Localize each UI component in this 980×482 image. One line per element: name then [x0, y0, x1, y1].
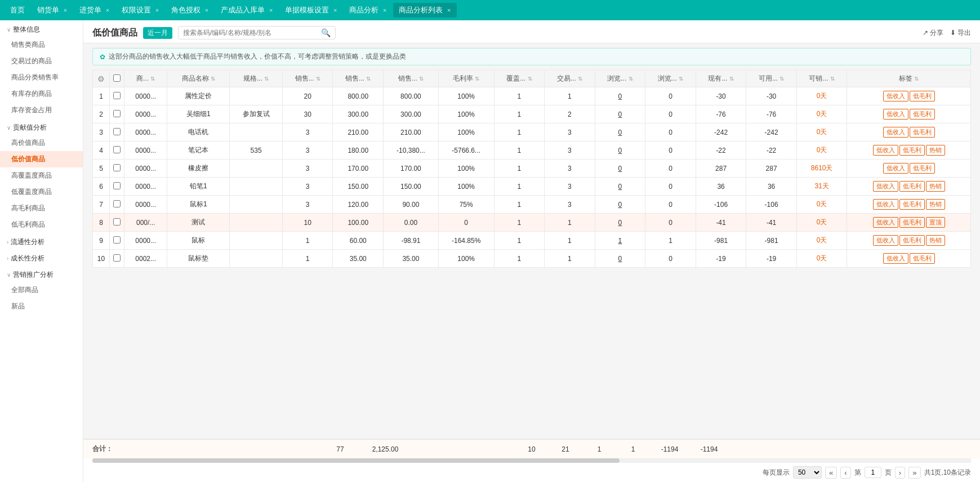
sidebar-section-overall[interactable]: ∨ 整体信息	[0, 20, 83, 37]
sidebar-item-low-value[interactable]: 低价值商品	[0, 151, 83, 167]
col-tags[interactable]: 标签 ⇅	[847, 70, 971, 87]
row-checkbox[interactable]	[113, 218, 121, 225]
nav-product-analysis[interactable]: 商品分析 ×	[344, 3, 392, 17]
browse-link[interactable]: 0	[618, 129, 622, 136]
nav-product-stock-close[interactable]: ×	[269, 7, 273, 14]
col-sale1[interactable]: 销售... ⇅	[333, 70, 384, 87]
col-coverage[interactable]: 覆盖... ⇅	[494, 70, 545, 87]
row-browse1[interactable]: 1	[595, 232, 645, 250]
nav-home[interactable]: 首页	[5, 3, 30, 17]
row-browse1[interactable]: 0	[595, 105, 645, 123]
col-saleable[interactable]: 可销... ⇅	[796, 70, 847, 87]
sidebar-section-contribution[interactable]: ∨ 贡献值分析	[0, 118, 83, 135]
sidebar-item-high-coverage[interactable]: 高覆盖度商品	[0, 167, 83, 184]
row-checkbox[interactable]	[113, 128, 121, 135]
col-qty[interactable]: 销售... ⇅	[282, 70, 333, 87]
sidebar-item-high-margin[interactable]: 高毛利商品	[0, 200, 83, 216]
row-browse1[interactable]: 0	[595, 123, 645, 141]
row-checkbox-cell[interactable]	[110, 232, 124, 250]
row-browse1[interactable]: 0	[595, 214, 645, 232]
browse-link[interactable]: 0	[618, 110, 622, 118]
row-checkbox-cell[interactable]	[110, 87, 124, 105]
row-checkbox[interactable]	[113, 200, 121, 207]
row-checkbox-cell[interactable]	[110, 141, 124, 160]
row-checkbox-cell[interactable]	[110, 105, 124, 123]
filter-tag-month[interactable]: 近一月	[143, 27, 172, 39]
row-browse1[interactable]: 0	[595, 250, 645, 268]
row-checkbox[interactable]	[113, 236, 121, 244]
next-page-btn[interactable]: ›	[895, 467, 905, 479]
row-checkbox-cell[interactable]	[110, 196, 124, 214]
sidebar-section-circulation[interactable]: › 流通性分析	[0, 233, 83, 249]
sidebar-section-marketing[interactable]: ∨ 营销推广分析	[0, 266, 83, 282]
nav-role-auth[interactable]: 角色授权 ×	[166, 3, 214, 17]
row-checkbox-cell[interactable]	[110, 160, 124, 178]
nav-permissions[interactable]: 权限设置 ×	[116, 3, 164, 17]
col-spec[interactable]: 规格... ⇅	[230, 70, 283, 87]
row-checkbox-cell[interactable]	[110, 250, 124, 268]
select-all-header[interactable]	[110, 70, 124, 87]
page-size-select[interactable]: 50 100 200	[793, 466, 822, 479]
row-checkbox-cell[interactable]	[110, 123, 124, 141]
sidebar-item-traded-products[interactable]: 交易过的商品	[0, 53, 83, 69]
col-gross[interactable]: 毛利率 ⇅	[438, 70, 494, 87]
nav-permissions-close[interactable]: ×	[155, 7, 159, 14]
row-browse1[interactable]: 0	[595, 87, 645, 105]
browse-link[interactable]: 0	[618, 92, 622, 100]
nav-product-stock[interactable]: 产成品入库单 ×	[215, 3, 278, 17]
browse-link[interactable]: 0	[618, 165, 622, 173]
col-code[interactable]: 商... ⇅	[124, 70, 167, 87]
row-browse1[interactable]: 0	[595, 160, 645, 178]
search-box[interactable]: 🔍	[178, 26, 336, 39]
row-browse1[interactable]: 0	[595, 196, 645, 214]
col-stock1[interactable]: 现有... ⇅	[696, 70, 746, 87]
nav-sales-close[interactable]: ×	[64, 7, 67, 14]
row-checkbox[interactable]	[113, 164, 121, 171]
browse-link[interactable]: 0	[618, 147, 622, 154]
browse-link[interactable]: 0	[618, 201, 622, 209]
nav-purchase-close[interactable]: ×	[106, 7, 109, 14]
sidebar-item-low-margin[interactable]: 低毛利商品	[0, 216, 83, 233]
col-trade[interactable]: 交易... ⇅	[545, 70, 595, 87]
nav-product-analysis-list-close[interactable]: ×	[447, 7, 451, 14]
browse-link[interactable]: 0	[618, 219, 622, 227]
sidebar-item-sales-products[interactable]: 销售类商品	[0, 37, 83, 53]
select-all-checkbox[interactable]	[113, 74, 121, 82]
share-button[interactable]: ↗ 分享	[923, 28, 943, 38]
settings-col-header[interactable]: ⚙	[93, 70, 110, 87]
row-checkbox[interactable]	[113, 92, 121, 99]
nav-sales[interactable]: 销货单 ×	[32, 3, 73, 17]
nav-purchase[interactable]: 进货单 ×	[74, 3, 115, 17]
sidebar-item-all-products[interactable]: 全部商品	[0, 282, 83, 298]
sidebar-item-high-value[interactable]: 高价值商品	[0, 135, 83, 151]
row-checkbox[interactable]	[113, 182, 121, 189]
col-browse2[interactable]: 浏览... ⇅	[645, 70, 696, 87]
row-checkbox[interactable]	[113, 110, 121, 117]
first-page-btn[interactable]: «	[825, 467, 837, 479]
nav-product-analysis-list[interactable]: 商品分析列表 ×	[393, 3, 456, 17]
nav-role-auth-close[interactable]: ×	[205, 7, 208, 14]
search-input[interactable]	[183, 29, 319, 37]
col-available[interactable]: 可用... ⇅	[746, 70, 797, 87]
sidebar-item-low-coverage[interactable]: 低覆盖度商品	[0, 184, 83, 200]
nav-product-analysis-close[interactable]: ×	[383, 7, 386, 14]
col-browse1[interactable]: 浏览... ⇅	[595, 70, 645, 87]
col-name[interactable]: 商品名称 ⇅	[167, 70, 230, 87]
browse-link[interactable]: 0	[618, 255, 622, 263]
browse-link[interactable]: 0	[618, 183, 622, 191]
row-checkbox[interactable]	[113, 254, 121, 262]
row-checkbox-cell[interactable]	[110, 178, 124, 196]
row-checkbox-cell[interactable]	[110, 214, 124, 232]
row-browse1[interactable]: 0	[595, 141, 645, 160]
col-sale2[interactable]: 销售... ⇅	[384, 70, 439, 87]
row-browse1[interactable]: 0	[595, 178, 645, 196]
prev-page-btn[interactable]: ‹	[840, 467, 850, 479]
export-button[interactable]: ⬇ 导出	[950, 28, 971, 38]
browse-link[interactable]: 1	[618, 237, 622, 245]
nav-template-settings[interactable]: 单据模板设置 ×	[279, 3, 342, 17]
current-page-input[interactable]	[865, 467, 881, 478]
sidebar-item-new-products[interactable]: 新品	[0, 298, 83, 315]
row-checkbox[interactable]	[113, 146, 121, 153]
nav-template-settings-close[interactable]: ×	[333, 7, 337, 14]
sidebar-item-category-sales[interactable]: 商品分类销售率	[0, 69, 83, 86]
